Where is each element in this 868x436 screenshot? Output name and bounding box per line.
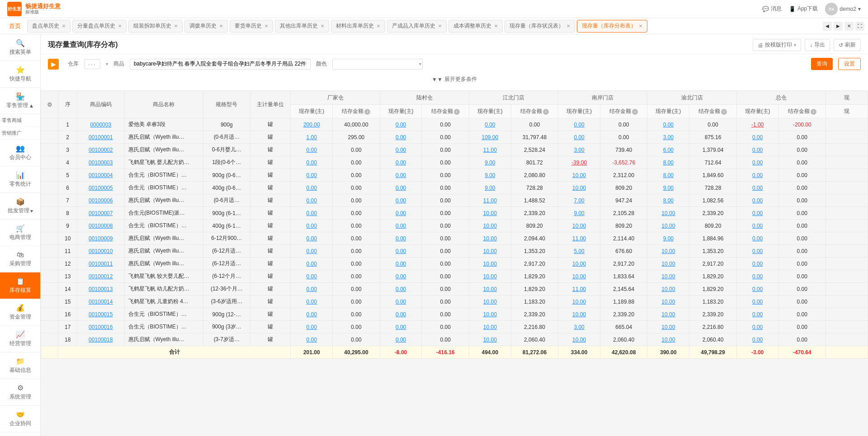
table-cell[interactable]: 10.00 — [558, 258, 600, 270]
product-input[interactable] — [130, 59, 311, 70]
tab-requisition[interactable]: 要货单历史✕ — [230, 20, 273, 33]
sidebar-item-guide[interactable]: 🎯 新手引导 — [0, 432, 40, 436]
table-cell[interactable]: 10.00 — [469, 283, 511, 295]
table-cell[interactable]: 3.00 — [647, 131, 689, 144]
info-icon-l[interactable]: i — [454, 109, 460, 115]
tab-close-sub[interactable]: ✕ — [118, 23, 122, 28]
info-icon-y[interactable]: i — [721, 109, 727, 115]
table-cell[interactable]: 00100007 — [77, 207, 124, 220]
table-cell[interactable]: 0.00 — [736, 144, 778, 156]
sidebar-item-stock[interactable]: 📋 库存核算 — [0, 272, 40, 299]
table-cell[interactable]: 10.00 — [469, 295, 511, 308]
table-cell[interactable]: 0.00 — [380, 245, 422, 258]
sidebar-sub-marketing[interactable]: 营销推广 — [0, 127, 40, 140]
tab-close-transfer[interactable]: ✕ — [219, 23, 223, 28]
table-cell[interactable]: 0.00 — [736, 283, 778, 295]
tab-stocktake[interactable]: 盘点单历史✕ — [27, 20, 71, 33]
table-cell[interactable]: 00100002 — [77, 144, 124, 156]
table-cell[interactable]: 0.00 — [736, 169, 778, 182]
tab-close-product[interactable]: ✕ — [438, 23, 442, 28]
table-cell[interactable]: 00100009 — [77, 232, 124, 245]
table-cell[interactable]: 0.00 — [736, 321, 778, 333]
table-cell[interactable]: 0.00 — [736, 295, 778, 308]
table-cell[interactable]: 9.00 — [558, 207, 600, 220]
table-cell[interactable]: 0.00 — [380, 182, 422, 194]
table-cell[interactable]: 0.00 — [380, 220, 422, 232]
table-cell[interactable]: 00100010 — [77, 245, 124, 258]
table-cell[interactable]: 10.00 — [469, 308, 511, 321]
sidebar-item-member[interactable]: 👥 会员中心 — [0, 140, 40, 166]
table-cell[interactable]: 0.00 — [291, 169, 333, 182]
table-cell[interactable]: 0.00 — [380, 258, 422, 270]
table-cell[interactable]: 10.00 — [469, 207, 511, 220]
table-cell[interactable]: 200.00 — [291, 118, 333, 131]
sidebar-item-quicknav[interactable]: ⭐ 快捷导航 — [0, 61, 40, 88]
tab-close-stocktake[interactable]: ✕ — [62, 23, 66, 28]
table-cell[interactable]: 10.00 — [469, 321, 511, 333]
filter-expand-toggle-btn[interactable]: ▶ — [48, 59, 59, 70]
table-cell[interactable]: 00100004 — [77, 169, 124, 182]
tab-next-btn[interactable]: ▶ — [834, 22, 843, 31]
info-icon-n[interactable]: i — [632, 109, 638, 115]
table-cell[interactable]: -1.00 — [736, 118, 778, 131]
table-cell[interactable]: 0.00 — [736, 220, 778, 232]
table-cell[interactable]: 0.00 — [380, 156, 422, 169]
color-input[interactable] — [332, 59, 423, 70]
table-cell[interactable]: 10.00 — [647, 207, 689, 220]
table-cell[interactable]: 00100013 — [77, 283, 124, 295]
table-cell[interactable]: 10.00 — [558, 182, 600, 194]
table-cell[interactable]: 10.00 — [558, 220, 600, 232]
table-cell[interactable]: 10.00 — [647, 295, 689, 308]
table-cell[interactable]: 0.00 — [291, 308, 333, 321]
setting-btn[interactable]: 设置 — [838, 58, 861, 70]
tab-product-in[interactable]: 产成品入库单历史✕ — [387, 20, 447, 33]
table-cell[interactable]: 0.00 — [291, 333, 333, 346]
tab-transfer[interactable]: 调拨单历史✕ — [184, 20, 228, 33]
table-cell[interactable]: 0.00 — [291, 232, 333, 245]
table-cell[interactable]: 00100014 — [77, 295, 124, 308]
table-cell[interactable]: 3.00 — [558, 321, 600, 333]
table-cell[interactable]: 0.00 — [380, 270, 422, 283]
table-cell[interactable]: 0.00 — [291, 283, 333, 295]
table-cell[interactable]: 0.00 — [291, 258, 333, 270]
info-icon-f[interactable]: i — [364, 109, 370, 115]
table-cell[interactable]: 10.00 — [647, 270, 689, 283]
table-cell[interactable]: 10.00 — [469, 220, 511, 232]
table-cell[interactable]: 00100018 — [77, 333, 124, 346]
table-cell[interactable]: 10.00 — [647, 333, 689, 346]
table-cell[interactable]: 0.00 — [736, 258, 778, 270]
sidebar-item-search[interactable]: 🔍 搜索英单 — [0, 34, 40, 61]
table-cell[interactable]: 0.00 — [380, 207, 422, 220]
tab-sub-stocktake[interactable]: 分量盘点单历史✕ — [72, 20, 127, 33]
table-cell[interactable]: 9.00 — [647, 232, 689, 245]
table-cell[interactable]: 10.00 — [647, 321, 689, 333]
table-cell[interactable]: 10.00 — [647, 220, 689, 232]
info-icon-t[interactable]: i — [811, 109, 816, 115]
tab-prev-btn[interactable]: ◀ — [823, 22, 832, 31]
table-cell[interactable]: 0.00 — [291, 245, 333, 258]
table-cell[interactable]: 0.00 — [291, 207, 333, 220]
table-cell[interactable]: 7.00 — [558, 194, 600, 207]
table-cell[interactable]: -39.00 — [558, 156, 600, 169]
sidebar-item-system[interactable]: ⚙ 系统管理 — [0, 379, 40, 406]
user-menu[interactable]: Ea demo2 ▾ — [825, 3, 861, 15]
query-btn[interactable]: 查询 — [811, 58, 833, 70]
table-cell[interactable]: 10.00 — [469, 258, 511, 270]
warehouse-input[interactable]: ··· — [84, 59, 100, 69]
table-cell[interactable]: 0.00 — [736, 131, 778, 144]
sidebar-sub-retail-store[interactable]: 零售商城 — [0, 114, 40, 127]
refresh-btn[interactable]: ↺ 刷新 — [834, 39, 861, 51]
table-cell[interactable]: 0.00 — [736, 270, 778, 283]
table-cell[interactable]: 3.00 — [558, 144, 600, 156]
table-cell[interactable]: 10.00 — [469, 245, 511, 258]
table-cell[interactable]: 0.00 — [380, 131, 422, 144]
table-cell[interactable]: 0.00 — [291, 182, 333, 194]
table-cell[interactable]: 10.00 — [558, 295, 600, 308]
tab-cost-adjust[interactable]: 成本调整单历史✕ — [448, 20, 503, 33]
table-cell[interactable]: 0.00 — [380, 144, 422, 156]
table-cell[interactable]: 9.00 — [469, 182, 511, 194]
table-cell[interactable]: 11.00 — [469, 144, 511, 156]
table-cell[interactable]: 9.00 — [469, 156, 511, 169]
table-cell[interactable]: 0.00 — [380, 321, 422, 333]
sidebar-item-retail-stat[interactable]: 📊 零售统计 — [0, 166, 40, 193]
